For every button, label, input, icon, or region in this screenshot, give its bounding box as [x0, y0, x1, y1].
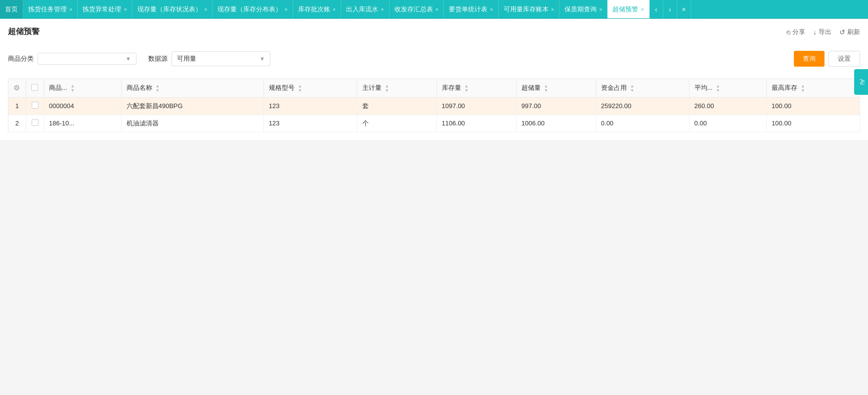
- row-maxstock-0: 100.00: [767, 97, 860, 115]
- row-avg-0: 260.00: [689, 97, 767, 115]
- row-capital-0: 259220.00: [596, 97, 689, 115]
- nav-pick-task[interactable]: 拣货任务管理 ×: [23, 0, 78, 18]
- filter-row: 商品分类 ▼ 数据源 可用量 ▼ 查询 设置: [8, 45, 860, 73]
- column-settings-icon[interactable]: ⚙: [13, 83, 20, 92]
- close-pick-exception[interactable]: ×: [124, 6, 127, 12]
- row-stock-1: 1106.00: [436, 115, 516, 132]
- category-filter: 商品分类 ▼: [8, 53, 136, 65]
- table-row: 1 0000004 六配套新昌490BPG 123 套 1097.00 997.…: [8, 97, 860, 115]
- nav-demand-stats[interactable]: 要货单统计表 ×: [444, 0, 498, 18]
- col-stock-header: 库存量 ▲▼: [436, 79, 516, 98]
- col-avg-header: 平均... ▲▼: [689, 79, 767, 98]
- close-stock-dist[interactable]: ×: [284, 6, 287, 12]
- row-unit-0: 套: [357, 97, 436, 115]
- category-dropdown-icon: ▼: [126, 56, 131, 62]
- datasource-select[interactable]: 可用量 ▼: [172, 51, 270, 66]
- table-header-row: ⚙ 商品... ▲▼ 商品名称 ▲▼ 规格型号 ▲▼ 主计: [8, 79, 860, 98]
- row-over-1: 1006.00: [516, 115, 596, 132]
- col-name-header: 商品名称 ▲▼: [121, 79, 263, 98]
- nav-available-stock[interactable]: 可用量库存账本 ×: [499, 0, 560, 18]
- nav-stock-dist[interactable]: 现存量（库存分布表） ×: [213, 0, 293, 18]
- col-gear: ⚙: [8, 79, 26, 98]
- row-name-0: 六配套新昌490BPG: [121, 97, 263, 115]
- close-pick-task[interactable]: ×: [69, 6, 72, 12]
- row-sku-0: 0000004: [44, 97, 122, 115]
- col-over-header: 超储量 ▲▼: [516, 79, 596, 98]
- close-batch-account[interactable]: ×: [333, 6, 336, 12]
- data-table: ⚙ 商品... ▲▼ 商品名称 ▲▼ 规格型号 ▲▼ 主计: [8, 79, 860, 132]
- over-sort-icons[interactable]: ▲▼: [544, 84, 548, 93]
- row-avg-1: 0.00: [689, 115, 767, 132]
- category-select[interactable]: ▼: [38, 53, 136, 65]
- close-available-stock[interactable]: ×: [551, 6, 554, 12]
- nav-flow[interactable]: 出入库流水 ×: [341, 0, 389, 18]
- row-checkbox-1: [26, 115, 44, 132]
- close-demand-stats[interactable]: ×: [490, 6, 493, 12]
- col-unit-header: 主计量 ▲▼: [357, 79, 436, 98]
- col-maxstock-header: 最高库存 ▲▼: [767, 79, 860, 98]
- refresh-action[interactable]: ↺ 刷新: [839, 28, 860, 37]
- row-checkbox-0: [26, 97, 44, 115]
- datasource-dropdown-icon: ▼: [260, 56, 265, 62]
- row-over-0: 997.00: [516, 97, 596, 115]
- close-quality-check[interactable]: ×: [599, 6, 602, 12]
- row-num-0: 1: [8, 97, 26, 115]
- page-content: 超储预警 ⎋ 分享 ↓ 导出 ↺ 刷新 商品分类 ▼ 数据源: [0, 19, 868, 140]
- ai-badge[interactable]: Ai: [854, 69, 868, 95]
- datasource-value: 可用量: [177, 54, 196, 63]
- row-spec-1: 123: [263, 115, 357, 132]
- row-capital-1: 0.00: [596, 115, 689, 132]
- table-row: 2 186-10... 机油滤清器 123 个 1106.00 1006.00 …: [8, 115, 860, 132]
- sku-sort-icons[interactable]: ▲▼: [70, 84, 75, 93]
- page-title: 超储预警: [8, 27, 40, 37]
- row-select-1[interactable]: [32, 119, 39, 126]
- row-spec-0: 123: [263, 97, 357, 115]
- close-stock-status[interactable]: ×: [204, 6, 207, 12]
- row-name-1: 机油滤清器: [121, 115, 263, 132]
- stock-sort-icons[interactable]: ▲▼: [464, 84, 469, 93]
- close-overstock-warning[interactable]: ×: [641, 6, 644, 12]
- share-action[interactable]: ⎋ 分享: [786, 28, 805, 37]
- filter-buttons: 查询 设置: [794, 51, 860, 67]
- col-sku-header: 商品... ▲▼: [44, 79, 122, 98]
- nav-stock-status[interactable]: 现存量（库存状况表） ×: [132, 0, 213, 18]
- row-select-0[interactable]: [32, 102, 39, 109]
- settings-button[interactable]: 设置: [828, 51, 860, 67]
- nav-home[interactable]: 首页: [0, 0, 23, 18]
- col-checkbox-header: [26, 79, 44, 98]
- nav-arrow-more[interactable]: ×: [677, 0, 691, 18]
- export-action[interactable]: ↓ 导出: [813, 28, 831, 37]
- export-icon: ↓: [813, 28, 817, 36]
- nav-summary[interactable]: 收发存汇总表 ×: [390, 0, 444, 18]
- avg-sort-icons[interactable]: ▲▼: [716, 84, 720, 93]
- close-flow[interactable]: ×: [381, 6, 384, 12]
- nav-quality-check[interactable]: 保质期查询 ×: [560, 0, 608, 18]
- unit-sort-icons[interactable]: ▲▼: [385, 84, 389, 93]
- row-num-1: 2: [8, 115, 26, 132]
- query-button[interactable]: 查询: [794, 51, 825, 67]
- select-all-checkbox[interactable]: [31, 84, 38, 91]
- spec-sort-icons[interactable]: ▲▼: [298, 84, 302, 93]
- header-actions: ⎋ 分享 ↓ 导出 ↺ 刷新: [786, 28, 860, 37]
- row-sku-1: 186-10...: [44, 115, 122, 132]
- close-summary[interactable]: ×: [435, 6, 438, 12]
- datasource-label: 数据源: [148, 54, 168, 63]
- col-spec-header: 规格型号 ▲▼: [263, 79, 357, 98]
- row-maxstock-1: 100.00: [767, 115, 860, 132]
- col-capital-header: 资金占用 ▲▼: [596, 79, 689, 98]
- category-label: 商品分类: [8, 54, 34, 63]
- top-nav: 首页 拣货任务管理 × 拣货异常处理 × 现存量（库存状况表） × 现存量（库存…: [0, 0, 868, 19]
- capital-sort-icons[interactable]: ▲▼: [630, 84, 634, 93]
- datasource-filter: 数据源 可用量 ▼: [148, 51, 270, 66]
- refresh-icon: ↺: [839, 28, 845, 36]
- nav-arrow-left[interactable]: ‹: [650, 0, 663, 18]
- row-unit-1: 个: [357, 115, 436, 132]
- nav-arrow-right[interactable]: ›: [663, 0, 677, 18]
- nav-pick-exception[interactable]: 拣货异常处理 ×: [78, 0, 132, 18]
- name-sort-icons[interactable]: ▲▼: [155, 84, 160, 93]
- page-header: 超储预警 ⎋ 分享 ↓ 导出 ↺ 刷新: [8, 27, 860, 37]
- nav-overstock-warning[interactable]: 超储预警 ×: [608, 0, 649, 18]
- nav-batch-account[interactable]: 库存批次账 ×: [293, 0, 341, 18]
- maxstock-sort-icons[interactable]: ▲▼: [801, 84, 805, 93]
- share-icon: ⎋: [786, 28, 790, 36]
